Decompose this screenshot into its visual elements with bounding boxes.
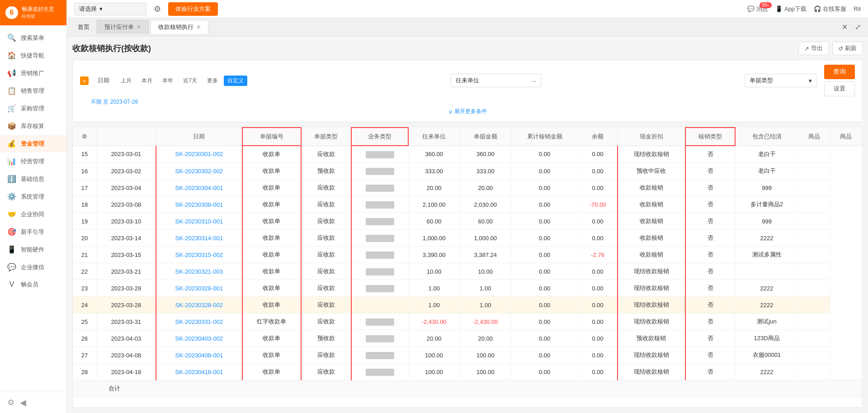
expand-more-button[interactable]: ∨ 展开更多条件 [80,106,855,117]
date-this-year[interactable]: 本年 [158,75,177,86]
sidebar-item-guide[interactable]: 🎯新手引导 [0,223,66,241]
settings-gear-icon[interactable]: ⚙ [152,2,163,16]
refresh-button[interactable]: ↺ 刷新 [832,42,863,55]
table-row[interactable]: 17 2023-03-04 SK-20230304-001 收款单 应收款 ██… [73,180,862,196]
bill-link[interactable]: SK-20230328-001 [175,285,223,292]
sidebar-item-wechat[interactable]: 💬企业微信 [0,258,66,276]
sidebar-item-basic[interactable]: ℹ️基础信息 [0,170,66,188]
col-date-header[interactable]: 日期 [156,128,242,146]
col-goods2-header[interactable]: 商品 [830,128,862,146]
solution-button[interactable]: 体验行业方案 [168,2,218,16]
col-biztype-header[interactable]: 业务类型 [351,128,409,146]
bill-link[interactable]: SK-20230403-002 [175,335,223,342]
date-more[interactable]: 更多 [203,75,222,86]
bill-link[interactable]: SK-20230308-001 [175,201,223,208]
finance-icon: 💰 [7,139,16,148]
table-row[interactable]: 22 2023-03-21 SK-20230321-003 收款单 应收款 ██… [73,263,862,280]
table-row[interactable]: 26 2023-04-03 SK-20230403-002 收款单 预收款 ██… [73,330,862,347]
bill-link[interactable]: SK-20230418-001 [175,369,223,375]
col-row-includesettled: 否 [685,213,736,230]
tab-home[interactable]: 首页 [72,20,95,34]
sidebar-item-enterprise[interactable]: 🤝企业协同 [0,205,66,223]
table-row[interactable]: 15 2023-03-01 SK-20230301-002 收款单 应收款 ██… [73,146,862,163]
sidebar-item-inventory[interactable]: 📦库存核算 [0,117,66,135]
export-button[interactable]: ↗ 导出 [798,42,829,55]
table-row[interactable]: 25 2023-03-31 SK-20230331-002 红字收款单 应收款 … [73,313,862,330]
col-cumamount-header[interactable]: 累计核销金额 [511,128,578,146]
col-settings-header[interactable]: ⚙ [73,128,96,146]
date-this-month[interactable]: 本月 [137,75,156,86]
tab-receipt[interactable]: 收款核销执行 ✕ [151,20,208,34]
col-row-canceltype: 现结收款核销 [618,297,685,313]
bill-link[interactable]: SK-20230321-003 [175,268,223,275]
user-menu[interactable]: Rit [854,5,861,12]
col-row-billtype: 收款单 [242,247,301,263]
sidebar-item-purchase[interactable]: 🛒采购管理 [0,100,66,117]
sidebar-item-search[interactable]: 🔍搜索菜单 [0,29,66,47]
table-row[interactable]: 18 2023-03-08 SK-20230308-001 收款单 应收款 ██… [73,196,862,213]
settings-icon[interactable]: ⚙ [7,398,14,408]
col-row-includesettled: 否 [685,280,736,297]
col-cashdiscount-header[interactable]: 现金折扣 [618,128,685,146]
tab-expand-button[interactable]: ⤢ [853,21,863,33]
collapse-icon[interactable]: ◀ [20,398,26,408]
bill-link[interactable]: SK-20230302-002 [175,168,223,175]
col-canceltype-header[interactable]: 核销类型 [685,128,736,146]
date-7-days[interactable]: 近7天 [179,75,201,86]
bill-link[interactable]: SK-20230331-002 [175,318,223,325]
messages-button[interactable]: 💬 消息 99+ [747,5,768,13]
tab-prepay[interactable]: 预计应付单 ✕ [97,20,149,34]
col-balance-header[interactable]: 余额 [578,128,618,146]
date-custom-button[interactable]: 自定义 [224,76,247,86]
bill-link[interactable]: SK-20230301-002 [175,151,223,157]
sidebar-item-member[interactable]: V畅会员 [0,276,66,293]
table-row[interactable]: 23 2023-03-28 SK-20230328-001 收款单 应收款 ██… [73,280,862,297]
table-row[interactable]: 20 2023-03-14 SK-20230314-001 收款单 应收款 ██… [73,230,862,247]
operations-icon: 📊 [7,157,16,166]
tab-close-all-button[interactable]: ✕ [840,21,849,33]
online-service-button[interactable]: 🎧 在线客服 [814,5,846,13]
col-goods-header[interactable]: 商品 [798,128,830,146]
partner-input[interactable]: 往来单位 ··· [451,74,541,87]
topbar: 请选择 ▾ ⚙ 体验行业方案 💬 消息 99+ 📱 App下载 🎧 在线客服 R… [67,0,868,18]
col-row-includesettled: 否 [685,297,736,313]
headset-icon: 🎧 [814,5,821,12]
sidebar-item-finance[interactable]: 💰资金管理 [0,135,66,152]
receipt-type-select[interactable]: 单据类型 ▾ [745,74,817,87]
tab-prepay-close[interactable]: ✕ [137,24,141,30]
col-billno-header[interactable]: 单据编号 [242,128,301,146]
sidebar-item-quicknav[interactable]: 🏠快捷导航 [0,47,66,64]
table-row[interactable]: 21 2023-03-15 SK-20230315-002 收款单 应收款 ██… [73,247,862,263]
col-billtype-header[interactable]: 单据类型 [301,128,351,146]
col-row-billno: SK-20230302-002 [156,163,242,180]
table-row[interactable]: 28 2023-04-18 SK-20230418-001 收款单 应收款 ██… [73,364,862,380]
sidebar-item-hardware[interactable]: 📱智能硬件 [0,241,66,258]
filter-expand-button[interactable]: » [80,76,89,85]
bill-link[interactable]: SK-20230315-002 [175,252,223,258]
filter-settings-button[interactable]: 设置 [824,81,855,96]
table-row[interactable]: 19 2023-03-10 SK-20230310-001 收款单 应收款 ██… [73,213,862,230]
query-button[interactable]: 查询 [824,65,855,79]
date-last-month[interactable]: 上月 [117,75,136,86]
bill-link[interactable]: SK-20230304-001 [175,185,223,191]
tab-receipt-close[interactable]: ✕ [196,24,201,30]
bill-link[interactable]: SK-20230408-001 [175,352,223,359]
app-download-button[interactable]: 📱 App下载 [775,5,807,13]
col-partner-header[interactable]: 往来单位 [408,128,460,146]
table-row[interactable]: 16 2023-03-02 SK-20230302-002 收款单 预收款 ██… [73,163,862,180]
col-row-biztype: 应收款 [301,213,351,230]
table-row[interactable]: 24 2023-03-28 SK-20230328-002 收款单 应收款 1.… [73,297,862,313]
table-row[interactable]: 27 2023-04-08 SK-20230408-001 收款单 应收款 ██… [73,347,862,364]
sidebar-item-system[interactable]: ⚙️系统管理 [0,188,66,205]
bill-link[interactable]: SK-20230314-001 [175,235,223,242]
col-includesettled-header[interactable]: 包含已结清 [735,128,798,146]
data-table-wrapper[interactable]: ⚙ 日期 单据编号 单据类型 业务类型 往来单位 单据金额 累计核销金额 余额 … [72,127,863,408]
sidebar-item-sales[interactable]: 📋销售管理 [0,82,66,100]
col-amount-header[interactable]: 单据金额 [460,128,511,146]
sidebar-item-operations[interactable]: 📊经营管理 [0,152,66,170]
sidebar-item-marketing[interactable]: 📢营销推广 [0,64,66,82]
col-row-billno: SK-20230315-002 [156,247,242,263]
bill-link[interactable]: SK-20230328-002 [175,302,223,309]
bill-link[interactable]: SK-20230310-001 [175,218,223,225]
company-selector[interactable]: 请选择 ▾ [74,3,146,15]
